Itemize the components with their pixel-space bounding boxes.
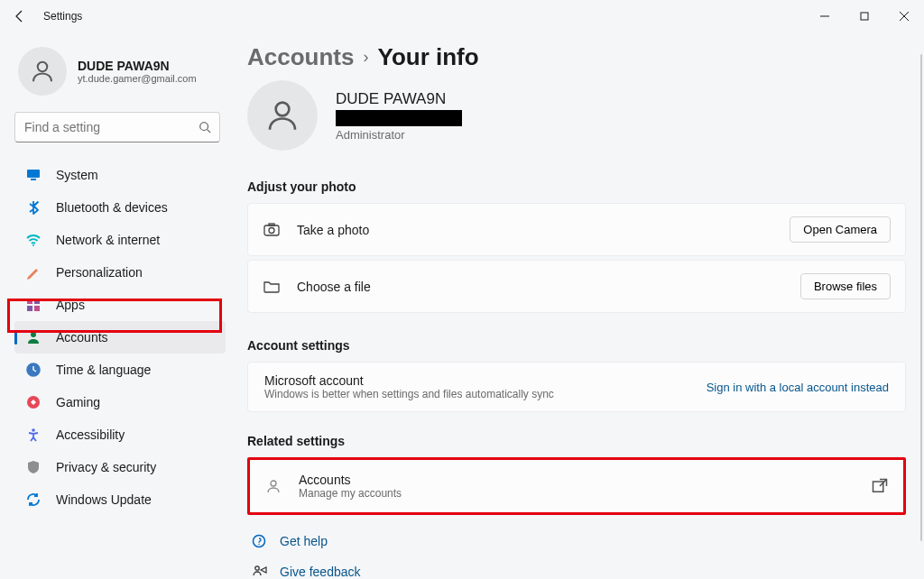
svg-point-24 [254,536,265,547]
network-icon [25,232,42,248]
user-role: Administrator [336,128,462,142]
accounts-icon [25,329,42,345]
feedback-icon [251,564,267,579]
ms-account-sub: Windows is better when settings and file… [264,388,554,400]
svg-rect-8 [31,179,36,180]
svg-point-22 [271,481,276,486]
svg-rect-11 [34,299,40,304]
highlight-related-accounts: Accounts Manage my accounts [247,457,906,515]
microsoft-account-row[interactable]: Microsoft account Windows is better when… [247,362,906,412]
gaming-icon [25,394,42,410]
svg-point-18 [276,103,290,116]
titlebar: Settings [0,0,924,32]
breadcrumb-root[interactable]: Accounts [247,43,354,71]
take-photo-label: Take a photo [297,223,369,237]
related-accounts-sub: Manage my accounts [299,487,402,500]
sidebar-item-network[interactable]: Network & internet [14,224,226,256]
help-icon [251,533,267,549]
svg-rect-12 [27,306,32,311]
svg-rect-7 [27,170,40,178]
sidebar-item-accessibility[interactable]: Accessibility [14,418,226,451]
maximize-button[interactable] [845,3,884,30]
search-box [14,112,220,142]
profile-name: DUDE PAWA9N [78,59,197,73]
sidebar-item-apps[interactable]: Apps [14,289,226,321]
svg-point-4 [38,62,48,72]
get-help-row[interactable]: Get help [247,526,906,556]
search-icon [199,121,211,133]
avatar-icon [18,47,67,96]
open-camera-button[interactable]: Open Camera [790,216,891,243]
svg-rect-19 [264,225,279,235]
sidebar-item-gaming[interactable]: Gaming [14,386,226,418]
account-settings-header: Account settings [247,338,906,353]
sidebar-item-update[interactable]: Windows Update [14,483,226,516]
svg-point-25 [258,544,259,545]
related-accounts-row[interactable]: Accounts Manage my accounts [250,460,903,512]
svg-rect-10 [27,299,32,304]
sidebar: DUDE PAWA9N yt.dude.gamer@gmail.com Syst… [0,32,235,579]
system-icon [25,167,42,183]
nav-label: System [56,168,98,182]
svg-rect-1 [861,13,868,20]
minimize-button[interactable] [805,3,845,30]
sidebar-item-system[interactable]: System [14,159,226,191]
accessibility-icon [25,427,42,443]
privacy-icon [25,459,42,475]
nav-label: Time & language [56,363,151,377]
camera-icon [263,221,281,239]
give-feedback-row[interactable]: Give feedback [247,556,906,579]
svg-rect-23 [873,482,883,492]
close-button[interactable] [884,3,924,30]
choose-file-row[interactable]: Choose a file Browse files [247,260,906,313]
nav-label: Windows Update [56,492,152,507]
take-photo-row[interactable]: Take a photo Open Camera [247,203,906,256]
svg-point-26 [255,566,259,570]
svg-point-20 [269,227,274,233]
choose-file-label: Choose a file [297,280,371,294]
photo-section-header: Adjust your photo [247,179,906,194]
redacted-email [336,110,462,126]
nav-label: Accounts [56,330,108,345]
sidebar-item-personalization[interactable]: Personalization [14,256,226,289]
ms-account-title: Microsoft account [264,373,554,388]
user-name: DUDE PAWA9N [336,90,462,108]
person-icon [264,477,282,495]
back-button[interactable] [11,7,29,25]
get-help-link[interactable]: Get help [280,534,328,548]
local-account-link[interactable]: Sign in with a local account instead [707,381,889,394]
nav-label: Gaming [56,395,100,409]
sidebar-profile[interactable]: DUDE PAWA9N yt.dude.gamer@gmail.com [14,40,226,112]
time-icon [25,362,42,378]
folder-icon [263,278,281,296]
svg-point-17 [32,428,35,432]
sidebar-item-privacy[interactable]: Privacy & security [14,451,226,483]
apps-icon [25,297,42,313]
svg-point-5 [200,123,208,131]
give-feedback-link[interactable]: Give feedback [280,565,361,579]
svg-line-6 [208,130,211,133]
personalization-icon [25,264,42,280]
open-external-icon [871,477,889,495]
user-card: DUDE PAWA9N Administrator [247,80,906,151]
sidebar-item-accounts[interactable]: Accounts [14,321,226,354]
breadcrumb: Accounts › Your info [247,43,906,71]
svg-rect-13 [34,306,40,311]
browse-files-button[interactable]: Browse files [800,273,891,299]
svg-point-9 [32,244,34,246]
user-avatar-icon [247,80,318,151]
nav-label: Accessibility [56,427,125,442]
related-accounts-title: Accounts [299,473,402,487]
sidebar-item-time[interactable]: Time & language [14,354,226,386]
update-icon [25,492,42,508]
nav-label: Personalization [56,265,143,280]
sidebar-item-bluetooth[interactable]: Bluetooth & devices [14,191,226,224]
search-input[interactable] [14,112,220,142]
nav-label: Apps [56,298,85,312]
scrollbar[interactable] [920,54,922,541]
nav-label: Privacy & security [56,460,156,474]
main-content: Accounts › Your info DUDE PAWA9N Adminis… [235,32,924,579]
app-title: Settings [43,10,82,23]
nav-label: Network & internet [56,233,160,247]
breadcrumb-current: Your info [377,43,478,71]
